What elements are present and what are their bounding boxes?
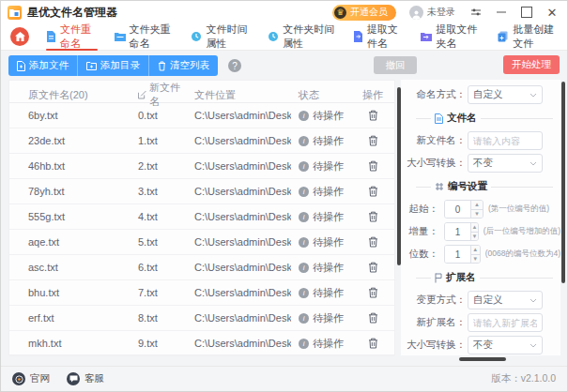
stepper-down-icon[interactable]: ▼ xyxy=(471,210,483,219)
extract-filename-icon xyxy=(353,31,363,42)
help-icon[interactable]: ? xyxy=(228,59,241,72)
naming-mode-label: 命名方式： xyxy=(401,88,466,101)
change-mode-label: 变更方式： xyxy=(401,294,466,307)
footer: 官网 客服 版本：v2.1.0.0 xyxy=(1,366,567,391)
stepper-down-icon[interactable]: ▼ xyxy=(471,255,480,264)
tab-folder-rename[interactable]: 文件夹重命名 xyxy=(115,23,175,51)
stepper-up-icon[interactable]: ▲ xyxy=(471,201,483,210)
change-mode-select[interactable]: 自定义 xyxy=(468,291,543,309)
digits-input[interactable] xyxy=(445,246,470,263)
table-row: 23de.txt 1.txt C:\Users\admin\Desktop\..… xyxy=(9,128,394,154)
trash-icon xyxy=(368,135,378,146)
window-controls: ✕ xyxy=(470,7,558,18)
chat-icon xyxy=(67,372,80,385)
ext-case-convert-select[interactable]: 不变 xyxy=(468,336,543,354)
digits-stepper[interactable]: ▲▼ xyxy=(444,245,481,264)
start-num-hint: (第一位编号的值) xyxy=(488,204,549,215)
titlebar: 星优文件名管理器 ♛ 开通会员 未登录 ✕ xyxy=(1,1,567,23)
vip-button[interactable]: ♛ 开通会员 xyxy=(332,5,396,21)
add-folder-icon xyxy=(86,62,97,70)
settings-panel: 命名方式： 自定义 文件名 新文件名： 大小写转换： 不变 编号设置 xyxy=(401,80,560,355)
tab-extract-filename[interactable]: 提取文件名 xyxy=(353,23,405,51)
minimize-icon[interactable] xyxy=(496,7,507,18)
numbering-section-icon xyxy=(435,182,444,191)
clear-trash-icon xyxy=(158,61,166,71)
numbering-section-header: 编号设置 xyxy=(416,180,560,193)
file-actions-group: 添加文件 添加目录 清空列表 xyxy=(8,55,218,76)
extension-section-icon xyxy=(435,273,442,283)
increment-stepper[interactable]: ▲▼ xyxy=(444,222,479,241)
delete-row-button[interactable] xyxy=(366,234,380,249)
tab-batch-create[interactable]: 批量创建文件 xyxy=(498,23,558,51)
start-process-button[interactable]: 开始处理 xyxy=(503,55,560,74)
extract-foldername-icon xyxy=(421,32,432,41)
stepper-down-icon[interactable]: ▼ xyxy=(471,233,478,241)
tab-folder-time[interactable]: 文件夹时间属性 xyxy=(268,23,335,51)
stepper-up-icon[interactable]: ▲ xyxy=(471,246,480,255)
case-convert-select[interactable]: 不变 xyxy=(468,154,543,173)
website-link[interactable]: 官网 xyxy=(12,372,50,385)
new-filename-input[interactable] xyxy=(468,131,543,150)
toolbar: 添加文件 添加目录 清空列表 ? 撤回 开始处理 xyxy=(8,55,560,76)
home-icon xyxy=(15,32,25,41)
info-icon: i xyxy=(299,136,309,146)
delete-row-button[interactable] xyxy=(366,209,380,224)
trash-icon xyxy=(368,110,378,121)
delete-row-button[interactable] xyxy=(366,260,380,275)
close-icon[interactable]: ✕ xyxy=(546,7,558,18)
info-icon: i xyxy=(299,237,309,248)
stepper-up-icon[interactable]: ▲ xyxy=(471,223,478,233)
delete-row-button[interactable] xyxy=(366,285,380,300)
delete-row-button[interactable] xyxy=(366,133,380,148)
maximize-icon[interactable] xyxy=(521,7,532,18)
account-area[interactable]: 未登录 xyxy=(409,6,455,20)
info-icon: i xyxy=(299,111,309,121)
tab-file-rename[interactable]: 文件重命名 xyxy=(46,23,98,51)
panel-scrollbar[interactable] xyxy=(561,82,565,283)
table-row: 78yh.txt 3.txt C:\Users\admin\Desktop\..… xyxy=(9,179,394,204)
folder-rename-icon xyxy=(115,32,126,41)
increment-input[interactable] xyxy=(445,223,470,240)
file-table: 原文件名(20) 新文件名 文件位置 状态 操作 6by.txt 0.txt C… xyxy=(8,80,395,355)
panel-h-scrollbar[interactable] xyxy=(459,357,506,361)
chevron-down-icon xyxy=(530,298,537,303)
digits-label: 位数： xyxy=(401,248,438,261)
delete-row-button[interactable] xyxy=(366,108,380,123)
file-time-icon xyxy=(191,31,202,42)
start-num-label: 起始： xyxy=(401,203,438,216)
table-scrollbar[interactable] xyxy=(397,87,401,265)
tab-file-time[interactable]: 文件时间属性 xyxy=(191,23,251,51)
start-num-stepper[interactable]: ▲▼ xyxy=(444,200,484,219)
add-file-button[interactable]: 添加文件 xyxy=(8,55,78,76)
increment-label: 增量： xyxy=(401,225,438,238)
app-title: 星优文件名管理器 xyxy=(27,5,117,21)
info-icon: i xyxy=(299,313,309,324)
delete-row-button[interactable] xyxy=(366,158,380,173)
naming-mode-select[interactable]: 自定义 xyxy=(468,85,543,104)
add-directory-button[interactable]: 添加目录 xyxy=(78,55,149,76)
digits-hint: (0068的编号位数为4) xyxy=(485,249,560,260)
chevron-down-icon xyxy=(530,161,537,166)
clear-list-button[interactable]: 清空列表 xyxy=(149,55,218,76)
tab-extract-foldername[interactable]: 提取文件夹名 xyxy=(421,23,481,51)
support-link[interactable]: 客服 xyxy=(67,372,104,385)
delete-row-button[interactable] xyxy=(366,310,380,325)
new-extension-input[interactable] xyxy=(468,313,543,332)
table-row: erf.txt 8.txt C:\Users\admin\Desktop\...… xyxy=(9,306,394,331)
start-num-input[interactable] xyxy=(445,201,470,218)
trash-icon xyxy=(368,287,378,298)
table-row: 6by.txt 0.txt C:\Users\admin\Desktop\...… xyxy=(9,103,394,128)
header-path: 文件位置 xyxy=(186,88,291,102)
settings-icon[interactable] xyxy=(470,7,482,18)
table-row: mkh.txt 9.txt C:\Users\admin\Desktop\...… xyxy=(9,331,394,356)
table-row: 46hb.txt 2.txt C:\Users\admin\Desktop\..… xyxy=(9,154,394,179)
home-button[interactable] xyxy=(10,27,29,46)
trash-icon xyxy=(368,211,378,222)
delete-row-button[interactable] xyxy=(366,336,380,351)
ext-case-convert-label: 大小写转换： xyxy=(401,339,466,352)
delete-row-button[interactable] xyxy=(366,184,380,199)
undo-button[interactable]: 撤回 xyxy=(374,56,417,74)
filename-section-icon xyxy=(435,113,443,124)
new-filename-label: 新文件名： xyxy=(401,134,466,147)
tabbar: 文件重命名 文件夹重命名 文件时间属性 文件夹时间属性 提取文件名 xyxy=(1,23,567,51)
